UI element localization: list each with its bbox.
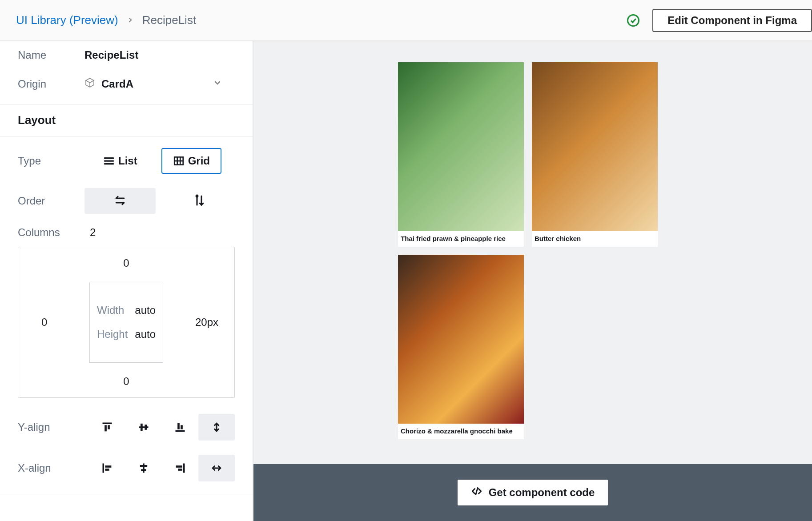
type-option-list-label: List <box>118 155 137 167</box>
boxmodel-width-label: Width <box>97 304 124 317</box>
yalign-row: Y-align <box>0 407 253 448</box>
type-option-grid-label: Grid <box>188 155 210 167</box>
yalign-bottom[interactable] <box>162 414 198 441</box>
svg-point-0 <box>628 15 639 26</box>
recipe-caption: Thai fried prawn & pineapple rice <box>398 231 524 247</box>
recipe-caption: Butter chicken <box>532 231 658 247</box>
yalign-middle[interactable] <box>125 414 162 441</box>
name-label: Name <box>18 49 84 61</box>
xalign-group <box>89 455 235 481</box>
order-column-icon <box>193 194 206 208</box>
order-row-button[interactable] <box>84 188 156 214</box>
boxmodel-bottom[interactable]: 0 <box>18 375 234 388</box>
svg-rect-25 <box>105 469 109 471</box>
canvas-area: Thai fried prawn & pineapple rice Butter… <box>253 41 812 521</box>
svg-rect-17 <box>141 424 143 431</box>
recipe-card[interactable]: Thai fried prawn & pineapple rice <box>398 62 524 247</box>
svg-rect-19 <box>176 430 185 432</box>
chevron-down-icon <box>213 78 235 90</box>
section-layout-header: Layout <box>0 104 253 136</box>
columns-label: Columns <box>18 226 84 239</box>
svg-rect-28 <box>141 469 146 471</box>
svg-rect-23 <box>103 464 105 473</box>
svg-line-33 <box>475 488 477 494</box>
bottombar: Get component code <box>253 464 812 521</box>
xalign-row: X-align <box>0 448 253 494</box>
yalign-label: Y-align <box>18 421 84 433</box>
yalign-top[interactable] <box>89 414 125 441</box>
svg-rect-27 <box>140 465 147 467</box>
boxmodel[interactable]: 0 0 0 20px Width auto Height auto <box>18 247 235 398</box>
type-label: Type <box>18 155 84 167</box>
topbar: UI Library (Preview) RecipeList Edit Com… <box>0 0 812 41</box>
xalign-right[interactable] <box>162 455 198 481</box>
boxmodel-top[interactable]: 0 <box>18 257 234 269</box>
get-component-code-label: Get component code <box>489 486 595 499</box>
svg-rect-16 <box>139 426 149 428</box>
boxmodel-height-label: Height <box>97 328 128 341</box>
order-label: Order <box>18 195 84 207</box>
recipe-caption: Chorizo & mozzarella gnocchi bake <box>398 424 524 439</box>
columns-value[interactable]: 2 <box>90 226 96 239</box>
svg-rect-24 <box>105 465 111 468</box>
boxmodel-height-value[interactable]: auto <box>135 328 156 341</box>
topbar-actions: Edit Component in Figma <box>627 9 812 32</box>
canvas[interactable]: Thai fried prawn & pineapple rice Butter… <box>253 41 812 464</box>
type-row: Type List Grid <box>0 136 253 184</box>
main: Name RecipeList Origin CardA Layout Type <box>0 41 812 521</box>
svg-rect-21 <box>181 425 183 429</box>
name-row: Name RecipeList <box>0 41 253 69</box>
cube-icon <box>84 77 95 91</box>
recipe-image <box>532 62 658 231</box>
boxmodel-left[interactable]: 0 <box>41 316 47 329</box>
breadcrumb-root-link[interactable]: UI Library (Preview) <box>16 13 118 27</box>
origin-row[interactable]: Origin CardA <box>0 69 253 104</box>
xalign-center[interactable] <box>125 455 162 481</box>
svg-rect-26 <box>143 464 145 473</box>
code-icon <box>471 485 482 500</box>
status-ok-icon <box>627 14 640 27</box>
svg-rect-30 <box>176 465 182 468</box>
type-option-list[interactable]: List <box>92 148 149 174</box>
svg-rect-15 <box>108 425 110 429</box>
recipe-image <box>398 255 524 424</box>
svg-rect-29 <box>183 464 185 473</box>
svg-rect-18 <box>145 425 147 430</box>
boxmodel-right[interactable]: 20px <box>195 316 218 329</box>
type-option-grid[interactable]: Grid <box>161 148 221 174</box>
inspector-panel: Name RecipeList Origin CardA Layout Type <box>0 41 253 521</box>
recipe-image <box>398 62 524 231</box>
type-segmented: List Grid <box>92 148 221 174</box>
recipe-card[interactable]: Chorizo & mozzarella gnocchi bake <box>398 255 524 439</box>
chevron-right-icon <box>126 13 134 27</box>
origin-select[interactable]: CardA <box>84 77 235 91</box>
order-row: Order <box>0 184 253 224</box>
get-component-code-button[interactable]: Get component code <box>458 480 608 505</box>
boxmodel-inner: Width auto Height auto <box>89 282 163 363</box>
svg-rect-20 <box>177 423 180 429</box>
xalign-stretch[interactable] <box>198 455 235 481</box>
name-value: RecipeList <box>84 49 138 61</box>
breadcrumb: UI Library (Preview) RecipeList <box>16 13 196 27</box>
order-column-button[interactable] <box>164 188 235 214</box>
yalign-group <box>89 414 235 441</box>
xalign-label: X-align <box>18 462 84 474</box>
svg-rect-13 <box>103 423 112 425</box>
list-icon <box>103 155 115 167</box>
xalign-left[interactable] <box>89 455 125 481</box>
edit-in-figma-button[interactable]: Edit Component in Figma <box>652 9 812 32</box>
svg-rect-14 <box>105 425 107 431</box>
origin-value: CardA <box>101 78 133 90</box>
breadcrumb-current: RecipeList <box>142 13 196 27</box>
grid-icon <box>173 155 185 167</box>
svg-point-11 <box>196 195 198 197</box>
yalign-stretch[interactable] <box>198 414 235 441</box>
recipe-card[interactable]: Butter chicken <box>532 62 658 247</box>
boxmodel-width-value[interactable]: auto <box>135 304 156 317</box>
recipe-grid: Thai fried prawn & pineapple rice Butter… <box>398 62 658 439</box>
order-row-icon <box>113 194 127 208</box>
svg-rect-31 <box>178 469 182 471</box>
columns-row: Columns 2 <box>0 224 253 243</box>
order-group <box>84 188 235 214</box>
origin-label: Origin <box>18 78 84 90</box>
